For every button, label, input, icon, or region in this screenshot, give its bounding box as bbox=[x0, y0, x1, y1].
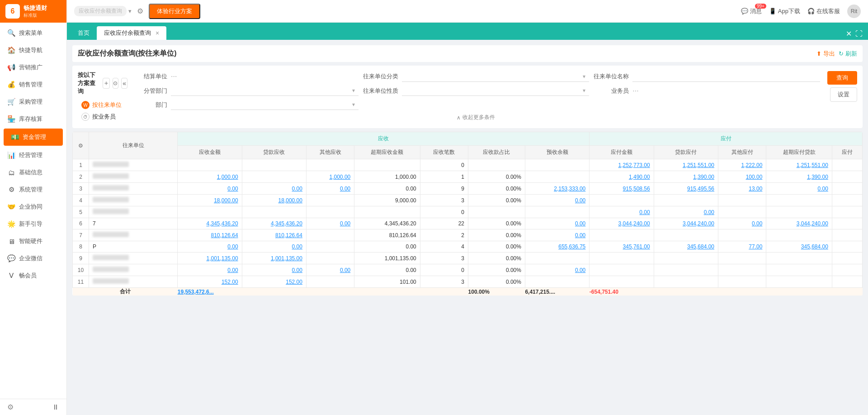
th-pay-overdue: 超期应付贷款 bbox=[766, 146, 832, 159]
table-row: 30.000.000.000.0090.00%2,153,333.00915,5… bbox=[73, 183, 863, 195]
sidebar-item-weixin[interactable]: 💬企业微信 bbox=[0, 250, 66, 267]
promo-button[interactable]: 体验行业方案 bbox=[149, 4, 200, 19]
sidebar-item-finance[interactable]: 💵资金管理 bbox=[4, 129, 63, 146]
settlement-dots[interactable]: ··· bbox=[171, 72, 177, 81]
filter-nav-partner-icon: W bbox=[81, 101, 90, 109]
sidebar-icon-hardware: 🖥 bbox=[7, 238, 15, 245]
sidebar-label-marketing: 营销推广 bbox=[19, 63, 42, 72]
topbar-settings-icon[interactable]: ⚙ bbox=[137, 7, 143, 15]
sidebar-icon-base: 🗂 bbox=[7, 169, 15, 176]
partner-nature-select[interactable]: ▾ bbox=[402, 86, 590, 96]
service-icon: 🎧 bbox=[807, 8, 815, 14]
message-icon: 💬 bbox=[741, 8, 748, 14]
tabbar: 首页 应收应付余额查询 × ✕ ⛶ bbox=[67, 23, 868, 40]
sidebar-item-guide[interactable]: 🌟新手引导 bbox=[0, 215, 66, 233]
sidebar-item-hardware[interactable]: 🖥智能硬件 bbox=[0, 233, 66, 250]
breadcrumb-dropdown[interactable]: ▾ bbox=[128, 8, 132, 14]
filter-nav-partner[interactable]: W 按往来单位 bbox=[78, 99, 127, 111]
page-actions: ⬆ 导出 ↻ 刷新 bbox=[816, 50, 857, 58]
footer-pay-other bbox=[718, 288, 766, 296]
filter-row-3: 部门 ▾ bbox=[131, 100, 820, 110]
sidebar-item-search[interactable]: 🔍搜索菜单 bbox=[0, 24, 66, 42]
footer-pay-loan bbox=[654, 288, 718, 296]
sidebar-icon-sales: 💰 bbox=[7, 81, 15, 89]
sidebar-item-quicknav[interactable]: 🏠快捷导航 bbox=[0, 42, 66, 59]
filter-add-icon[interactable]: ＋ bbox=[103, 78, 110, 89]
tab-arbalance[interactable]: 应收应付余额查询 × bbox=[97, 26, 166, 40]
filter-settings-icon[interactable]: ⊙ bbox=[113, 78, 119, 89]
salesperson-dots[interactable]: ··· bbox=[632, 87, 638, 95]
dept-arrow: ▾ bbox=[352, 87, 355, 94]
footer-recv-amount[interactable]: 19,553,472,6... bbox=[178, 288, 242, 296]
sidebar-item-member[interactable]: Ⅴ畅会员 bbox=[0, 267, 66, 284]
settings-bottom-icon[interactable]: ⚙ bbox=[7, 403, 14, 411]
sidebar: 6 畅捷通财 标准版 🔍搜索菜单🏠快捷导航📢营销推广💰销售管理🛒采购管理🏪库存核… bbox=[0, 0, 67, 415]
subdept-arrow: ▾ bbox=[352, 101, 355, 108]
partner-category-select[interactable]: ▾ bbox=[402, 72, 590, 82]
refresh-button[interactable]: ↻ 刷新 bbox=[839, 50, 857, 58]
app-download-button[interactable]: 📱 App下载 bbox=[769, 7, 800, 15]
sidebar-item-enterprise[interactable]: 🤝企业协同 bbox=[0, 198, 66, 215]
messages-button[interactable]: 💬 消息 99+ bbox=[741, 7, 762, 15]
th-recv-overdue: 超期应收金额 bbox=[354, 146, 420, 159]
sidebar-label-hardware: 智能硬件 bbox=[19, 237, 42, 245]
sidebar-icon-member: Ⅴ bbox=[7, 272, 15, 280]
filter-field-subdept: 部门 ▾ bbox=[131, 100, 359, 110]
table-row: 11152.00152.00101.0030.00% bbox=[73, 276, 863, 288]
salesperson-label: 业务员 bbox=[593, 87, 629, 95]
sidebar-item-system[interactable]: ⚙系统管理 bbox=[0, 181, 66, 198]
settlement-label: 结算单位 bbox=[131, 72, 167, 81]
tab-home-label: 首页 bbox=[78, 29, 90, 37]
message-badge: 99+ bbox=[755, 4, 766, 9]
footer-recv-ratio: 100.00% bbox=[468, 288, 525, 296]
sidebar-label-weixin: 企业微信 bbox=[19, 254, 42, 262]
export-icon: ⬆ bbox=[816, 50, 821, 57]
filter-nav-salesperson[interactable]: ⏱ 按业务员 bbox=[78, 111, 127, 123]
sidebar-item-operations[interactable]: 📊经营管理 bbox=[0, 147, 66, 164]
dept-label: 分管部门 bbox=[131, 87, 167, 95]
footer-recv-overdue bbox=[354, 288, 420, 296]
sidebar-item-sales[interactable]: 💰销售管理 bbox=[0, 76, 66, 93]
partner-name-input[interactable] bbox=[632, 71, 820, 82]
th-recv-count: 应收笔数 bbox=[420, 146, 468, 159]
filter-field-partner-nature: 往来单位性质 ▾ bbox=[362, 86, 590, 96]
tab-home[interactable]: 首页 bbox=[71, 26, 97, 40]
tab-arbalance-label: 应收应付余额查询 bbox=[104, 29, 151, 37]
query-button[interactable]: 查询 bbox=[827, 71, 857, 85]
logo-text: 畅捷通财 标准版 bbox=[24, 4, 47, 19]
topbar-breadcrumb: 应收应付余额查询 ▾ bbox=[74, 6, 132, 16]
sidebar-item-purchase[interactable]: 🛒采购管理 bbox=[0, 93, 66, 110]
export-button[interactable]: ⬆ 导出 bbox=[816, 50, 835, 58]
filter-row-2: 分管部门 ▾ 往来单位性质 ▾ bbox=[131, 86, 820, 96]
sidebar-item-marketing[interactable]: 📢营销推广 bbox=[0, 59, 66, 76]
filter-collapse-btn[interactable]: ∧ 收起更多条件 bbox=[131, 114, 820, 121]
sidebar-icon-guide: 🌟 bbox=[7, 220, 15, 228]
sidebar-item-base[interactable]: 🗂基础信息 bbox=[0, 164, 66, 181]
collapse-icon[interactable]: ⏸ bbox=[52, 403, 59, 411]
table-row: 100.000.000.000.0000.00%0.00 bbox=[73, 264, 863, 276]
filter-fields: 结算单位 ··· 往来单位分类 ▾ 往来单位名称 bbox=[131, 71, 820, 123]
filter-nav-partner-label: 按往来单位 bbox=[92, 101, 122, 109]
filter-field-settlement: 结算单位 ··· bbox=[131, 72, 359, 81]
filter-title: 按以下方案查询 bbox=[78, 71, 100, 95]
tabbar-expand-icon[interactable]: ⛶ bbox=[855, 30, 863, 38]
dept-select[interactable]: ▾ bbox=[171, 86, 359, 96]
th-recv-prepaid: 预收余额 bbox=[525, 146, 589, 159]
footer-pay-amount: -654,751.40 bbox=[590, 288, 654, 296]
filter-settings-button[interactable]: 设置 bbox=[830, 87, 857, 102]
subdept-select[interactable]: ▾ bbox=[171, 100, 359, 110]
sidebar-label-operations: 经营管理 bbox=[19, 151, 42, 159]
sidebar-item-inventory[interactable]: 🏪库存核算 bbox=[0, 110, 66, 128]
user-avatar[interactable]: Rit bbox=[847, 5, 861, 18]
main-content: 应收应付余额查询(按往来单位) ⬆ 导出 ↻ 刷新 按以下方案查询 bbox=[67, 40, 868, 415]
table-row: 674,345,436.204,345,436.200.004,345,436.… bbox=[73, 218, 863, 229]
tabbar-close-all-icon[interactable]: ✕ bbox=[846, 29, 852, 38]
tab-close-icon[interactable]: × bbox=[156, 29, 159, 37]
app-logo: 6 畅捷通财 标准版 bbox=[0, 0, 66, 23]
filter-collapse-left-icon[interactable]: « bbox=[121, 78, 127, 89]
customer-service-button[interactable]: 🎧 在线客服 bbox=[807, 7, 840, 15]
th-pay-amount: 应付金额 bbox=[590, 146, 654, 159]
sidebar-icon-purchase: 🛒 bbox=[7, 98, 15, 106]
sidebar-icon-finance: 💵 bbox=[11, 133, 19, 141]
table-settings-col[interactable]: ⚙ bbox=[73, 132, 89, 159]
